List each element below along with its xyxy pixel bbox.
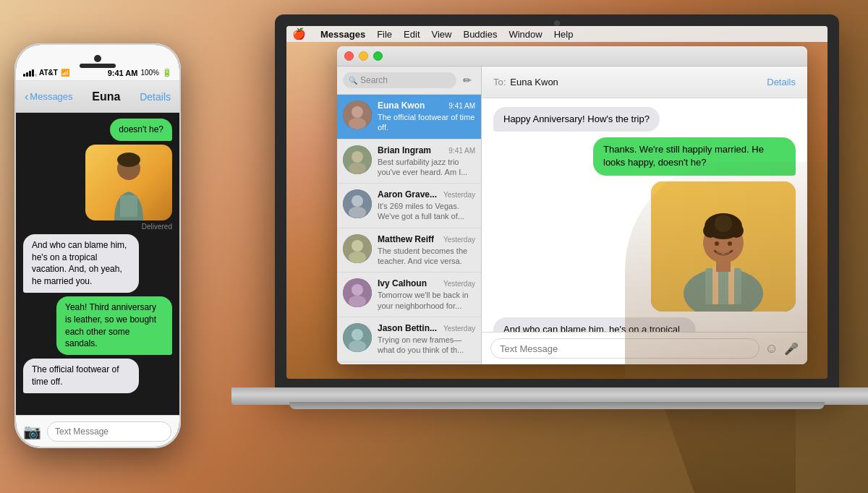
iphone-bubble-sent-2: Yeah! Third anniversary is leather, so w… <box>56 296 172 355</box>
list-item <box>651 181 796 312</box>
conversation-item-jason[interactable]: Jason Bettin... Yesterday Trying on new … <box>337 317 481 362</box>
search-placeholder-text: Search <box>360 75 388 85</box>
svg-rect-30 <box>705 268 741 304</box>
svg-point-9 <box>349 163 366 174</box>
photo-person-svg <box>651 181 796 312</box>
svg-point-11 <box>352 195 363 207</box>
conv-preview-euna: The official footwear of time off. <box>378 112 475 133</box>
iphone-contact-name: Euna <box>92 90 120 103</box>
conv-name-ivy: Ivy Calhoun <box>378 278 427 288</box>
apple-menu-icon[interactable]: 🍎 <box>292 27 306 40</box>
compose-icon: ✏ <box>463 74 472 86</box>
conv-info-euna: Euna Kwon 9:41 AM The official footwear … <box>378 100 475 133</box>
svg-point-35 <box>705 213 742 239</box>
conv-name-brian: Brian Ingram <box>378 145 431 155</box>
message-bubble-3: And who can blame him, he's on a tropica… <box>493 317 696 332</box>
avatar-aaron <box>343 189 372 218</box>
svg-point-37 <box>729 223 744 238</box>
help-menu[interactable]: Help <box>554 29 574 40</box>
iphone-camera-button[interactable]: 📷 <box>23 423 41 440</box>
to-label: To: <box>493 77 506 87</box>
conversation-item-tyson[interactable]: Tyson Edwar... Yesterday We'll leave the… <box>337 362 481 364</box>
iphone-bubble-sent-1: doesn't he? <box>110 119 172 141</box>
conversation-item-brian[interactable]: Brian Ingram 9:41 AM Best surfability ja… <box>337 140 481 184</box>
conv-time-jason: Yesterday <box>443 325 475 333</box>
laptop-camera <box>554 20 560 26</box>
iphone-send-button[interactable]: Send <box>177 426 179 437</box>
compose-button[interactable]: ✏ <box>459 72 475 88</box>
laptop-screen: 🍎 Messages File Edit View Buddies Window… <box>286 26 827 379</box>
chat-panel: To: Euna Kwon Details Happy Anniversary!… <box>482 67 807 364</box>
svg-point-12 <box>349 207 366 218</box>
file-menu[interactable]: File <box>377 29 392 40</box>
chat-contact-name: Euna Kwon <box>510 77 558 87</box>
sidebar-search-area: 🔍 Search ✏ <box>337 67 481 95</box>
avatar-jason <box>343 323 372 352</box>
sidebar: 🔍 Search ✏ <box>337 67 482 364</box>
conv-preview-aaron: It's 269 miles to Vegas. We've got a ful… <box>378 201 475 222</box>
conversation-item-euna[interactable]: Euna Kwon 9:41 AM The official footwear … <box>337 95 481 140</box>
svg-point-5 <box>349 118 366 129</box>
avatar-matthew <box>343 234 372 263</box>
close-button[interactable] <box>344 51 354 61</box>
svg-point-38 <box>715 215 732 232</box>
minimize-button[interactable] <box>359 51 368 61</box>
iphone-text-input[interactable] <box>47 421 171 442</box>
window-menu[interactable]: Window <box>509 29 542 40</box>
conv-preview-matthew: The student becomes the teacher. And vic… <box>378 246 475 267</box>
iphone-input-bar: 📷 Send <box>16 415 179 447</box>
iphone-inner: AT&T 📶 9:41 AM 100% 🔋 ‹ Messages Euna De… <box>16 45 179 447</box>
details-button[interactable]: Details <box>767 77 796 87</box>
svg-point-34 <box>703 223 744 263</box>
svg-point-15 <box>349 252 366 263</box>
svg-rect-28 <box>651 181 796 312</box>
svg-rect-31 <box>712 267 718 304</box>
conv-name-matthew: Matthew Reiff <box>378 234 434 244</box>
svg-point-29 <box>684 268 763 312</box>
list-item: Thanks. We're still happily married. He … <box>593 137 796 175</box>
svg-point-20 <box>352 329 363 340</box>
battery-icon: 🔋 <box>162 68 172 77</box>
avatar-brian <box>343 145 372 174</box>
conv-name-jason: Jason Bettin... <box>378 323 437 333</box>
delivered-label: Delivered <box>142 223 172 231</box>
back-label: Messages <box>30 91 72 102</box>
iphone-photo-bubble <box>85 145 172 220</box>
search-bar[interactable]: 🔍 Search <box>343 72 456 88</box>
conversation-item-matthew[interactable]: Matthew Reiff Yesterday The student beco… <box>337 228 481 273</box>
iphone-bubble-received-1: And who can blame him, he's on a tropica… <box>23 234 139 293</box>
svg-point-40 <box>728 241 732 246</box>
photo-message <box>651 181 796 312</box>
maximize-button[interactable] <box>373 51 383 61</box>
view-menu[interactable]: View <box>432 29 452 40</box>
conv-name-euna: Euna Kwon <box>378 100 425 111</box>
svg-point-17 <box>352 284 363 296</box>
conv-time-aaron: Yesterday <box>443 191 475 199</box>
app-name-menu: Messages <box>320 29 365 40</box>
iphone-details-btn[interactable]: Details <box>140 91 171 103</box>
avatar-euna <box>343 100 372 129</box>
avatar-ivy <box>343 278 372 307</box>
conv-preview-brian: Best surfability jazz trio you've ever h… <box>378 157 475 178</box>
list-item: doesn't he? <box>110 119 172 141</box>
conv-preview-ivy: Tomorrow we'll be back in your neighborh… <box>378 290 475 311</box>
search-icon: 🔍 <box>349 77 357 85</box>
svg-point-36 <box>703 223 718 238</box>
svg-point-39 <box>715 241 719 246</box>
edit-menu[interactable]: Edit <box>404 29 420 40</box>
conversation-item-aaron[interactable]: Aaron Grave... Yesterday It's 269 miles … <box>337 184 481 228</box>
buddies-menu[interactable]: Buddies <box>463 29 497 40</box>
chat-messages: Happy Anniversary! How's the trip? Thank… <box>482 98 807 332</box>
laptop-foot <box>289 402 825 409</box>
list-item: And who can blame him, he's on a tropica… <box>493 317 696 332</box>
laptop-device: 🍎 Messages File Edit View Buddies Window… <box>231 14 868 484</box>
svg-rect-33 <box>716 254 731 272</box>
emoji-button[interactable]: ☺ <box>765 341 778 356</box>
back-button[interactable]: ‹ Messages <box>25 90 73 103</box>
message-input[interactable] <box>490 338 760 359</box>
menubar: 🍎 Messages File Edit View Buddies Window… <box>286 26 827 42</box>
conversation-item-ivy[interactable]: Ivy Calhoun Yesterday Tomorrow we'll be … <box>337 273 481 317</box>
svg-point-8 <box>352 151 363 163</box>
messages-window: 🔍 Search ✏ <box>337 46 807 364</box>
microphone-button[interactable]: 🎤 <box>784 342 799 356</box>
